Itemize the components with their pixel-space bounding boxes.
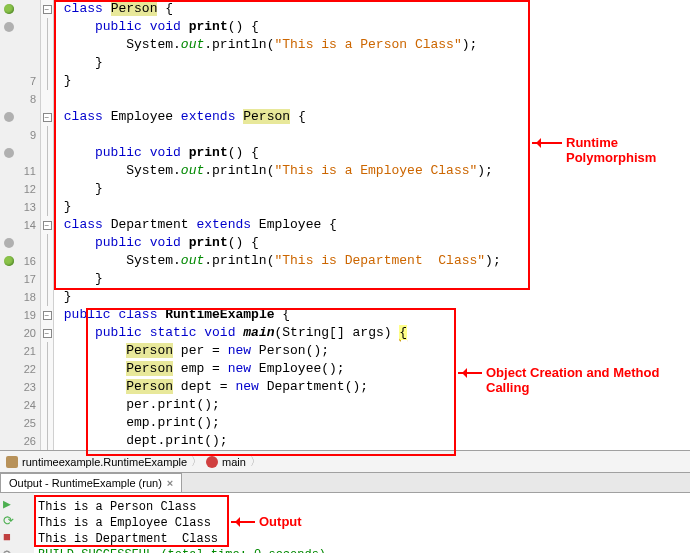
arrow-icon [532, 142, 562, 144]
tab-label: Output - RuntimeExample (run) [9, 477, 162, 489]
arrow-icon [458, 372, 482, 374]
code-line[interactable]: } [56, 270, 690, 288]
close-icon[interactable]: × [167, 477, 173, 489]
code-line[interactable]: emp.print(); [56, 414, 690, 432]
code-line[interactable]: class Department extends Employee { [56, 216, 690, 234]
code-editor[interactable]: 789111213141617181920212223242526 −−−−− … [0, 0, 690, 451]
class-icon [6, 456, 18, 468]
output-tab-bar: Output - RuntimeExample (run) × [0, 473, 690, 493]
output-line: This is a Person Class [38, 499, 686, 515]
settings-icon[interactable]: ⚙ [3, 546, 17, 553]
code-line[interactable]: per.print(); [56, 396, 690, 414]
output-panel: ▶⟳ ■⚙ Output This is a Person Class This… [0, 493, 690, 553]
code-line[interactable]: } [56, 180, 690, 198]
output-text[interactable]: Output This is a Person Class This is a … [34, 493, 690, 553]
gutter-icons [0, 0, 18, 450]
code-line[interactable]: } [56, 198, 690, 216]
chevron-right-icon: 〉 [250, 454, 261, 469]
annotation-label: Object Creation and Method Calling [486, 365, 690, 395]
code-line[interactable]: System.out.println("This is a Person Cla… [56, 36, 690, 54]
code-line[interactable]: public void print() { [56, 234, 690, 252]
output-toolbar: ▶⟳ ■⚙ [0, 493, 34, 553]
chevron-right-icon: 〉 [191, 454, 202, 469]
code-line[interactable]: public static void main(String[] args) { [56, 324, 690, 342]
code-line[interactable]: class Employee extends Person { [56, 108, 690, 126]
stop-icon[interactable]: ■ [3, 530, 17, 544]
run-icon[interactable]: ▶ [3, 496, 17, 510]
build-status: BUILD SUCCESSFUL (total time: 0 seconds) [38, 547, 686, 553]
output-line: This is a Employee Class [38, 515, 686, 531]
line-numbers: 789111213141617181920212223242526 [18, 0, 40, 450]
output-line: This is Department Class [38, 531, 686, 547]
code-line[interactable]: class Person { [56, 0, 690, 18]
breadcrumb-item[interactable]: main [222, 456, 246, 468]
breadcrumb-item[interactable]: runtimeexample.RuntimeExample [22, 456, 187, 468]
arrow-icon [231, 521, 255, 523]
code-area[interactable]: Runtime Polymorphism Object Creation and… [54, 0, 690, 450]
code-line[interactable]: } [56, 54, 690, 72]
output-tab[interactable]: Output - RuntimeExample (run) × [0, 473, 182, 492]
code-line[interactable]: } [56, 72, 690, 90]
code-line[interactable] [56, 90, 690, 108]
fold-column[interactable]: −−−−− [40, 0, 54, 450]
code-line[interactable]: dept.print(); [56, 432, 690, 450]
annotation-label: Runtime Polymorphism [566, 135, 690, 165]
annotation-label: Output [259, 514, 302, 529]
code-line[interactable]: public class RuntimeExample { [56, 306, 690, 324]
method-icon [206, 456, 218, 468]
code-line[interactable]: public void print() { [56, 18, 690, 36]
code-line[interactable]: } [56, 288, 690, 306]
code-line[interactable]: System.out.println("This is Department C… [56, 252, 690, 270]
code-line[interactable]: Person per = new Person(); [56, 342, 690, 360]
rerun-icon[interactable]: ⟳ [3, 513, 17, 527]
breadcrumb: runtimeexample.RuntimeExample 〉 main 〉 [0, 451, 690, 473]
